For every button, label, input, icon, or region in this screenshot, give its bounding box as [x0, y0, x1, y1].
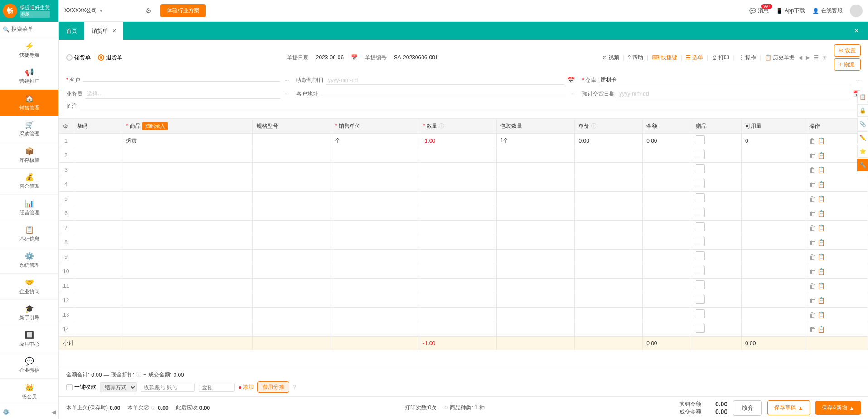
radio-sales-order[interactable]: 销货单: [66, 54, 91, 62]
float-btn-1[interactable]: 📋: [857, 91, 868, 103]
customer-input[interactable]: [83, 79, 280, 82]
collapse-icon[interactable]: ◀: [52, 409, 56, 415]
cell-gift[interactable]: [692, 264, 742, 279]
cell-qty[interactable]: [419, 163, 496, 177]
cell-unit[interactable]: [331, 250, 419, 264]
cell-qty[interactable]: -1.00: [419, 134, 496, 148]
cell-price[interactable]: [575, 148, 643, 163]
tab-home[interactable]: 首页: [59, 22, 84, 40]
tool-select[interactable]: ☰ 选单: [686, 54, 703, 62]
salesperson-dots[interactable]: ···: [285, 91, 289, 97]
cell-spec[interactable]: [253, 221, 331, 235]
cell-amount[interactable]: [643, 250, 692, 264]
float-btn-5[interactable]: ⭐: [857, 145, 868, 158]
cell-spec[interactable]: [253, 264, 331, 279]
cell-barcode[interactable]: [73, 264, 122, 279]
cell-unit[interactable]: [331, 279, 419, 293]
tool-shortcut[interactable]: ⌨ 快捷键: [652, 54, 677, 62]
app-download-button[interactable]: 📱 App下载: [776, 7, 805, 14]
delete-icon[interactable]: 🗑: [809, 326, 815, 333]
cell-barcode[interactable]: [73, 148, 122, 163]
cell-product[interactable]: [122, 163, 253, 177]
gift-checkbox[interactable]: [696, 280, 705, 289]
cell-barcode[interactable]: [73, 293, 122, 308]
float-btn-4[interactable]: ✏️: [857, 131, 868, 144]
cell-pkg-qty[interactable]: [496, 250, 575, 264]
delete-icon[interactable]: 🗑: [809, 210, 815, 217]
tool-history[interactable]: 📋 历史单据: [765, 54, 795, 62]
cell-unit[interactable]: [331, 148, 419, 163]
grid-view-icon[interactable]: ⊞: [822, 54, 827, 61]
cell-spec[interactable]: [253, 293, 331, 308]
cell-price[interactable]: [575, 235, 643, 250]
delete-icon[interactable]: 🗑: [809, 253, 815, 260]
cell-barcode[interactable]: [73, 279, 122, 293]
cell-price[interactable]: [575, 221, 643, 235]
cell-spec[interactable]: [253, 235, 331, 250]
cell-pkg-qty[interactable]: [496, 163, 575, 177]
delete-icon[interactable]: 🗑: [809, 239, 815, 246]
copy-icon[interactable]: 📋: [817, 137, 825, 144]
settings-gear-icon[interactable]: ⚙: [142, 5, 155, 17]
th-settings[interactable]: ⚙: [59, 119, 73, 134]
cell-qty[interactable]: [419, 177, 496, 192]
cell-gift[interactable]: [692, 322, 742, 337]
customer-addr-input[interactable]: [321, 93, 566, 95]
gift-checkbox[interactable]: [696, 266, 705, 275]
gift-checkbox[interactable]: [696, 237, 705, 246]
cell-amount[interactable]: [643, 279, 692, 293]
cell-product[interactable]: 拆贡: [122, 134, 253, 148]
cell-qty[interactable]: [419, 235, 496, 250]
cell-amount[interactable]: 0.00: [643, 134, 692, 148]
cell-amount[interactable]: [643, 235, 692, 250]
tab-close-button[interactable]: ×: [111, 27, 116, 34]
cell-qty[interactable]: [419, 279, 496, 293]
cell-qty[interactable]: [419, 293, 496, 308]
tool-operation[interactable]: ⋮ 操作: [738, 54, 756, 62]
save-draft-button[interactable]: 保存草稿 ▲: [767, 400, 810, 415]
customer-dots[interactable]: ···: [285, 77, 289, 83]
cell-unit[interactable]: [331, 308, 419, 322]
cell-barcode[interactable]: [73, 221, 122, 235]
cell-pkg-qty[interactable]: [496, 206, 575, 221]
cell-unit[interactable]: [331, 206, 419, 221]
cell-amount[interactable]: [643, 308, 692, 322]
sidebar-item-basics[interactable]: 📋 基础信息: [0, 221, 58, 247]
sidebar-item-quick-nav[interactable]: ⚡ 快捷导航: [0, 37, 58, 63]
cell-product[interactable]: [122, 279, 253, 293]
cell-gift[interactable]: [692, 134, 742, 148]
cell-price[interactable]: [575, 177, 643, 192]
cell-price[interactable]: [575, 250, 643, 264]
logistics-button[interactable]: + 物流: [834, 58, 861, 71]
sidebar-item-finance[interactable]: 💰 资金管理: [0, 169, 58, 195]
cell-price[interactable]: [575, 279, 643, 293]
warehouse-input[interactable]: 建材仓: [599, 75, 852, 85]
cell-product[interactable]: [122, 308, 253, 322]
salesperson-input[interactable]: 选择...: [85, 89, 280, 99]
cell-gift[interactable]: [692, 163, 742, 177]
cell-product[interactable]: [122, 235, 253, 250]
copy-icon[interactable]: 📋: [817, 224, 825, 231]
cell-pkg-qty[interactable]: [496, 177, 575, 192]
delete-icon[interactable]: 🗑: [809, 297, 815, 304]
delete-icon[interactable]: 🗑: [809, 152, 815, 159]
copy-icon[interactable]: 📋: [817, 282, 825, 289]
delete-icon[interactable]: 🗑: [809, 166, 815, 173]
cell-gift[interactable]: [692, 177, 742, 192]
cell-spec[interactable]: [253, 279, 331, 293]
gift-checkbox[interactable]: [696, 251, 705, 260]
sidebar-item-vip[interactable]: 👑 畅会员: [0, 379, 58, 405]
delete-icon[interactable]: 🗑: [809, 268, 815, 275]
sidebar-item-appstore[interactable]: 🔲 应用中心: [0, 326, 58, 352]
cell-unit[interactable]: [331, 177, 419, 192]
message-button[interactable]: 💬 消息 99+: [749, 7, 769, 14]
cell-barcode[interactable]: [73, 308, 122, 322]
cell-spec[interactable]: [253, 308, 331, 322]
cell-unit[interactable]: [331, 235, 419, 250]
cell-spec[interactable]: [253, 322, 331, 337]
cell-price[interactable]: [575, 163, 643, 177]
delete-icon[interactable]: 🗑: [809, 224, 815, 231]
sidebar-item-inventory[interactable]: 📦 库存核算: [0, 142, 58, 169]
cell-barcode[interactable]: [73, 192, 122, 206]
calc-method-select[interactable]: 结算方式: [100, 382, 137, 392]
